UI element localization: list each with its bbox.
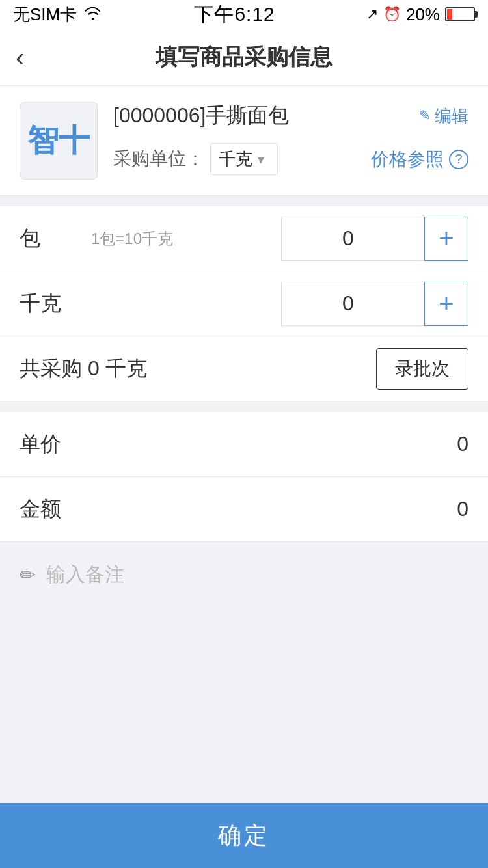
kg-label: 千克	[20, 290, 85, 318]
battery-fill	[447, 9, 452, 20]
back-button[interactable]: ‹	[16, 44, 24, 70]
kg-input-row: 千克 +	[0, 271, 488, 336]
page-title: 填写商品采购信息	[156, 42, 332, 72]
pencil-icon: ✏	[20, 563, 36, 586]
alarm-icon: ⏰	[383, 6, 401, 23]
empty-space	[0, 607, 488, 802]
remark-placeholder: 输入备注	[46, 562, 124, 588]
section-divider-2	[0, 401, 488, 412]
section-divider-1	[0, 196, 488, 206]
input-section: 包 1包=10千克 + 千克 +	[0, 206, 488, 336]
unit-row: 采购单位： 千克 ▾ 价格参照 ?	[113, 143, 468, 175]
price-ref-label: 价格参照	[371, 147, 444, 172]
product-name-row: [0000006]手撕面包 ✎ 编辑	[113, 102, 468, 130]
amount-row: 金额 0	[0, 477, 488, 542]
wifi-icon	[83, 5, 103, 25]
carrier-label: 无SIM卡	[13, 3, 77, 26]
unit-value: 千克	[219, 148, 252, 170]
edit-button[interactable]: ✎ 编辑	[419, 105, 468, 128]
price-section: 单价 0 金额 0	[0, 412, 488, 542]
battery-icon	[445, 7, 475, 21]
price-ref-button[interactable]: 价格参照 ?	[371, 147, 468, 172]
bag-quantity-input[interactable]	[281, 217, 424, 261]
battery-percent: 20%	[406, 5, 440, 25]
bag-input-controls: +	[281, 217, 468, 261]
batch-button[interactable]: 录批次	[376, 348, 468, 390]
unit-price-row: 单价 0	[0, 412, 488, 477]
summary-text: 共采购 0 千克	[20, 355, 147, 383]
unit-label: 采购单位：	[113, 148, 204, 169]
amount-value: 0	[457, 497, 468, 521]
edit-label: 编辑	[435, 105, 468, 128]
product-logo: 智十	[27, 120, 90, 161]
unit-label-container: 采购单位： 千克 ▾	[113, 143, 278, 175]
summary-row: 共采购 0 千克 录批次	[0, 336, 488, 401]
kg-quantity-input[interactable]	[281, 282, 424, 326]
bag-label: 包	[20, 224, 85, 253]
remark-section[interactable]: ✏ 输入备注	[0, 542, 488, 607]
status-bar: 无SIM卡 下午6:12 ↗ ⏰ 20%	[0, 0, 488, 29]
nav-bar: ‹ 填写商品采购信息	[0, 29, 488, 86]
confirm-button[interactable]: 确定	[0, 803, 488, 868]
status-bar-left: 无SIM卡	[13, 3, 103, 26]
bag-plus-button[interactable]: +	[424, 217, 468, 261]
kg-input-controls: +	[281, 282, 468, 326]
product-name: [0000006]手撕面包	[113, 102, 289, 130]
status-bar-time: 下午6:12	[194, 1, 275, 28]
unit-price-label: 单价	[20, 430, 61, 459]
status-bar-right: ↗ ⏰ 20%	[366, 5, 475, 25]
edit-icon: ✎	[419, 107, 431, 124]
page-content: 智十 [0000006]手撕面包 ✎ 编辑 采购单位： 千克 ▾	[0, 86, 488, 867]
bag-sublabel: 1包=10千克	[91, 228, 281, 249]
product-info: [0000006]手撕面包 ✎ 编辑 采购单位： 千克 ▾ 价格参照 ?	[113, 102, 468, 175]
product-card: 智十 [0000006]手撕面包 ✎ 编辑 采购单位： 千克 ▾	[0, 86, 488, 196]
location-icon: ↗	[366, 6, 378, 23]
kg-plus-button[interactable]: +	[424, 282, 468, 326]
unit-price-value: 0	[457, 432, 468, 456]
help-icon: ?	[449, 150, 468, 169]
amount-label: 金额	[20, 495, 61, 524]
bag-input-row: 包 1包=10千克 +	[0, 206, 488, 271]
chevron-down-icon: ▾	[258, 152, 264, 167]
product-image: 智十	[20, 102, 98, 180]
unit-select[interactable]: 千克 ▾	[210, 143, 278, 175]
